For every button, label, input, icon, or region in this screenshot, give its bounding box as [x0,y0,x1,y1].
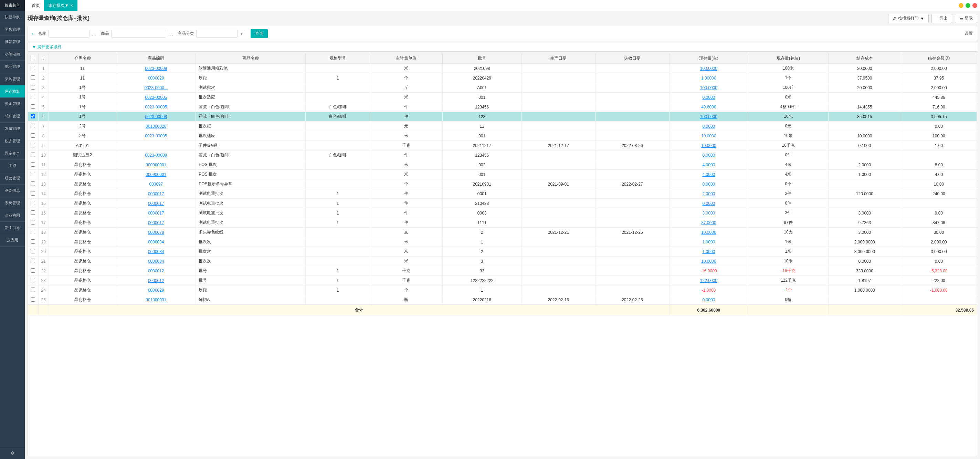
qty-main-link[interactable]: 3.0000 [703,211,715,215]
row-checkbox-cell[interactable] [28,150,38,160]
settings-btn[interactable]: 设置 [964,31,973,37]
row-checkbox-cell[interactable] [28,170,38,179]
query-button[interactable]: 查询 [251,29,268,38]
sidebar-item-inventory[interactable]: 库存核算 [0,85,25,98]
product-code-link[interactable]: 0023-00008 [145,153,167,158]
qty-main-link[interactable]: 49.6000 [701,105,716,110]
qty-main-link[interactable]: 0.0000 [703,124,715,129]
category-input[interactable] [196,30,237,38]
sidebar-item-sys-mgmt[interactable]: 系统管理 [0,197,25,209]
qty-main-link[interactable]: 1.0000 [703,240,715,244]
row-checkbox-cell[interactable] [28,73,38,83]
row-checkbox[interactable] [31,66,35,70]
sidebar-item-invoice[interactable]: 发票管理 [0,123,25,135]
sidebar-item-cloud[interactable]: 云应用 [0,234,25,247]
product-code-link[interactable]: 0023-00008 [145,114,167,119]
row-checkbox[interactable] [31,182,35,186]
product-code-link[interactable]: 0000017 [148,201,164,206]
product-code-link[interactable]: 0000084 [148,240,164,244]
product-code-link[interactable]: 0000078 [148,230,164,235]
row-checkbox-cell[interactable] [28,228,38,237]
table-scroll[interactable]: # 仓库名称 商品编码 商品名称 规格型号 主计量单位 批号 生产日期 失效日期… [28,53,977,456]
product-code-link[interactable]: 001000026 [146,124,166,129]
product-code-link[interactable]: 000900001 [146,163,166,167]
row-checkbox[interactable] [31,85,35,89]
sidebar-item-basic-info[interactable]: 基础信息 [0,185,25,197]
sidebar-item-payroll[interactable]: 工资 [0,160,25,172]
qty-main-link[interactable]: 10.0000 [701,143,716,148]
row-checkbox[interactable] [31,133,35,138]
sidebar-item-tax[interactable]: 税务管理 [0,135,25,147]
qty-main-link[interactable]: 2.0000 [703,191,715,196]
row-checkbox-cell[interactable] [28,112,38,121]
display-button[interactable]: ☰ 显示 [955,14,977,23]
qty-main-link[interactable]: 4.0000 [703,172,715,177]
sidebar-item-purchase[interactable]: 采购管理 [0,73,25,85]
sidebar-item-ecom[interactable]: 电商管理 [0,61,25,73]
sidebar-item-finance[interactable]: 资金管理 [0,98,25,110]
product-code-link[interactable]: 0023-00009 [145,66,167,71]
row-checkbox-cell[interactable] [28,218,38,228]
row-checkbox-cell[interactable] [28,237,38,247]
row-checkbox[interactable] [31,287,35,292]
row-checkbox-cell[interactable] [28,295,38,305]
row-checkbox-cell[interactable] [28,160,38,170]
qty-main-link[interactable]: 10.0000 [701,259,716,264]
sidebar-item-collab[interactable]: 企业协同 [0,209,25,222]
sidebar-item-mini-ecom[interactable]: 小脑电商 [0,48,25,61]
row-checkbox[interactable] [31,297,35,302]
sidebar-settings-icon[interactable]: ⚙ [0,447,25,459]
tab-close-icon[interactable]: ✕ [70,0,73,11]
row-checkbox-cell[interactable] [28,285,38,295]
product-code-link[interactable]: 0000017 [148,220,164,225]
sidebar-logo[interactable]: 搜索菜单 [0,0,25,11]
row-checkbox[interactable] [31,268,35,273]
row-checkbox-cell[interactable] [28,141,38,150]
row-checkbox[interactable] [31,114,35,118]
row-checkbox-cell[interactable] [28,131,38,141]
row-checkbox[interactable] [31,210,35,215]
expand-arrow-icon[interactable]: › [32,31,34,37]
category-dropdown-icon[interactable]: ▼ [240,31,244,36]
sidebar-item-retail[interactable]: 零售管理 [0,24,25,36]
product-code-link[interactable]: 0000012 [148,269,164,273]
qty-main-link[interactable]: 1.0000 [703,249,715,254]
product-code-link[interactable]: 0023-00005 [145,105,167,110]
qty-main-link[interactable]: 100.0000 [700,66,718,71]
row-checkbox-cell[interactable] [28,179,38,189]
qty-main-link[interactable]: 0.0000 [703,153,715,158]
warehouse-input[interactable] [48,30,89,38]
qty-main-link[interactable]: 100.0000 [700,114,718,119]
row-checkbox-cell[interactable] [28,83,38,92]
row-checkbox-cell[interactable] [28,266,38,276]
sidebar-item-fixed-assets[interactable]: 固定资产 [0,147,25,160]
product-code-link[interactable]: 0000017 [148,211,164,215]
product-code-link[interactable]: 000900001 [146,172,166,177]
window-close-button[interactable] [972,3,977,8]
qty-main-link[interactable]: 1.00000 [701,76,716,81]
qty-main-link[interactable]: 0.0000 [703,298,715,302]
product-code-link[interactable]: 0000017 [148,191,164,196]
product-input[interactable] [111,30,166,38]
product-code-link[interactable]: 0000029 [148,76,164,81]
product-code-link[interactable]: 000097 [149,182,163,186]
product-code-link[interactable]: 001000031 [146,298,166,302]
qty-main-link[interactable]: -16.0000 [700,269,717,273]
sidebar-item-management[interactable]: 经营管理 [0,172,25,185]
sidebar-item-ledger[interactable]: 总账管理 [0,110,25,123]
product-code-link[interactable]: 0000084 [148,249,164,254]
row-checkbox-cell[interactable] [28,208,38,218]
row-checkbox-cell[interactable] [28,276,38,285]
tab-inventory-batch[interactable]: 库存批次▼ ✕ [44,0,78,11]
row-checkbox[interactable] [31,201,35,205]
row-checkbox-cell[interactable] [28,92,38,102]
row-checkbox-cell[interactable] [28,102,38,112]
row-checkbox[interactable] [31,153,35,157]
row-checkbox[interactable] [31,104,35,109]
col-checkbox[interactable] [28,53,38,64]
row-checkbox[interactable] [31,75,35,80]
qty-main-link[interactable]: 87.0000 [701,220,716,225]
tab-home[interactable]: 首页 [27,0,44,11]
row-checkbox-cell[interactable] [28,257,38,266]
row-checkbox-cell[interactable] [28,64,38,73]
